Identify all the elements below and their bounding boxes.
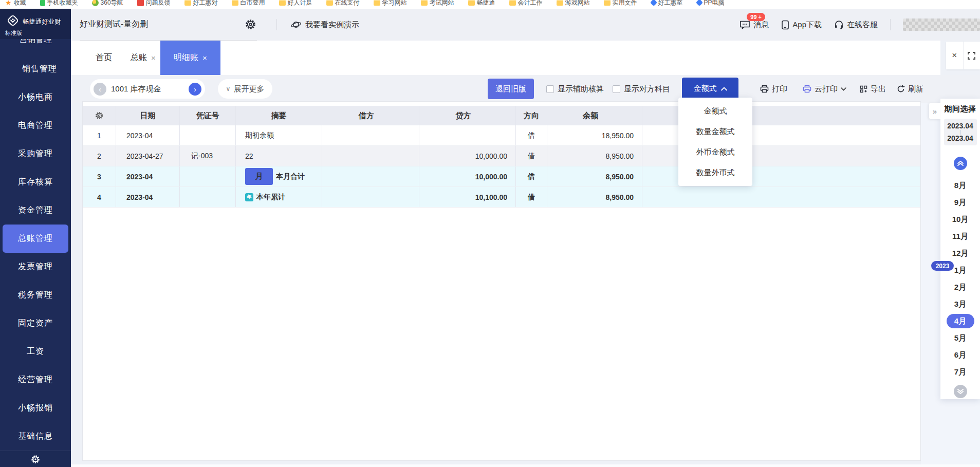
format-dropdown-button[interactable]: 金额式	[682, 78, 738, 100]
month-option[interactable]: 6月	[947, 347, 974, 364]
format-menu-item[interactable]: 金额式	[678, 101, 752, 121]
bookmark-item[interactable]: 好人计足	[279, 0, 312, 7]
format-dropdown-menu: 金额式数量金额式外币金额式数量外币式	[678, 98, 752, 186]
print-button[interactable]: 打印	[760, 75, 787, 103]
column-settings-gear-icon[interactable]	[83, 106, 116, 125]
prev-account-icon[interactable]: ‹	[94, 83, 106, 96]
month-option[interactable]: 2月	[947, 279, 974, 296]
messages-badge: 99 +	[747, 13, 765, 21]
export-button[interactable]: 导出	[860, 75, 886, 103]
credit-cell: 10,000.00	[419, 166, 516, 186]
tab-detail-ledger[interactable]: 明细账×	[160, 41, 220, 75]
bookmark-label: 畅捷通	[477, 0, 495, 7]
month-option[interactable]: 11月	[947, 228, 974, 245]
phone-icon	[781, 20, 789, 30]
app-download-button[interactable]: App下载	[781, 20, 822, 30]
company-selector[interactable]: 好业财测试-量勿删	[80, 9, 257, 41]
cloud-print-label: 云打印	[815, 84, 838, 94]
bookmark-item[interactable]: 问题反馈	[137, 0, 171, 7]
month-option[interactable]: 7月	[947, 364, 974, 381]
bookmark-item[interactable]: 畅捷通	[468, 0, 495, 7]
period-range-selector[interactable]: 2023.04 | 2023.04	[944, 119, 977, 145]
month-option[interactable]: 3月	[947, 296, 974, 313]
refresh-button[interactable]: 刷新	[897, 75, 923, 103]
sidebar-item-partial[interactable]: 营销管理	[0, 39, 71, 49]
expand-label: 展开更多	[233, 84, 264, 94]
expand-more-button[interactable]: ∨ 展开更多	[218, 79, 272, 99]
bookmark-label: 在线支付	[335, 0, 360, 7]
sidebar-item-purchase[interactable]: 采购管理	[0, 140, 71, 168]
table-header-cell: 方向	[516, 106, 547, 125]
month-option[interactable]: 12月	[947, 245, 974, 262]
close-icon[interactable]: ×	[151, 53, 156, 62]
sidebar-item-ecommerce-lite[interactable]: 小畅电商	[0, 83, 71, 111]
voucher-link[interactable]: 记-003	[191, 152, 213, 161]
next-account-icon[interactable]: ›	[189, 83, 201, 96]
tab-home[interactable]: 首页	[82, 41, 126, 75]
table-row[interactable]: 22023-04-27记-0032210,000.00借8,950.00	[83, 146, 920, 166]
direction-cell: 借	[516, 125, 547, 145]
close-icon[interactable]: ×	[202, 53, 207, 62]
scroll-down-icon[interactable]	[954, 385, 967, 398]
checkbox-icon	[613, 85, 620, 93]
month-option[interactable]: 4月	[947, 314, 974, 328]
bookmark-item[interactable]: 手机收藏夹	[40, 0, 78, 7]
close-icon[interactable]: ×	[946, 42, 963, 69]
month-option[interactable]: 9月	[947, 194, 974, 211]
show-auxiliary-checkbox[interactable]: 显示辅助核算	[546, 75, 604, 103]
bookmark-item[interactable]: 游戏网站	[557, 0, 590, 7]
sidebar-item-ecommerce[interactable]: 电商管理	[0, 111, 71, 140]
format-menu-item[interactable]: 数量金额式	[678, 121, 752, 142]
month-option[interactable]: 8月	[947, 177, 974, 194]
bookmark-item[interactable]: ★收藏	[5, 0, 26, 7]
support-button[interactable]: 在线客服	[834, 20, 878, 30]
user-avatar[interactable]	[903, 18, 980, 31]
bookmark-label: 白市要用	[241, 0, 265, 7]
table-row[interactable]: 12023-04期初余额借18,950.00	[83, 125, 920, 146]
app-sidebar: 畅捷通好业财 标准版 营销管理 销售管理小畅电商电商管理采购管理库存核算资金管理…	[0, 9, 71, 467]
tab-general-ledger[interactable]: 总账×	[126, 41, 160, 75]
month-option[interactable]: 10月	[947, 211, 974, 228]
sidebar-settings[interactable]	[0, 451, 71, 467]
filler-cell	[642, 187, 920, 207]
sidebar-item-expense[interactable]: 小畅报销	[0, 394, 71, 422]
sidebar-item-funds[interactable]: 资金管理	[0, 196, 71, 225]
sidebar-item-invoice[interactable]: 发票管理	[0, 253, 71, 281]
demo-link[interactable]: 我要看实例演示	[290, 20, 359, 30]
sidebar-item-payroll[interactable]: 工资	[0, 338, 71, 366]
back-to-old-version-button[interactable]: 退回旧版	[488, 79, 534, 99]
scroll-up-icon[interactable]	[954, 157, 967, 170]
sidebar-item-general-ledger[interactable]: 总账管理	[3, 225, 68, 253]
show-counterpart-checkbox[interactable]: 显示对方科目	[613, 75, 670, 103]
month-option[interactable]: 5月	[947, 330, 974, 347]
fullscreen-icon[interactable]	[963, 42, 980, 69]
voucher-cell	[180, 187, 236, 207]
bookmark-item[interactable]: 实用文件	[604, 0, 637, 7]
settings-gear-icon[interactable]	[245, 19, 256, 30]
bookmark-item[interactable]: 360导航	[92, 0, 123, 7]
table-row[interactable]: 42023-04年本年累计10,100.00借8,950.00	[83, 187, 920, 208]
bookmark-item[interactable]: 在线支付	[326, 0, 360, 7]
account-selector[interactable]: ‹ 1001 库存现金 ›	[90, 79, 205, 99]
sidebar-item-operations[interactable]: 经营管理	[0, 366, 71, 394]
bookmark-item[interactable]: PP电脑	[697, 0, 725, 7]
bookmark-item[interactable]: 会计工作	[509, 0, 543, 7]
collapse-panel-icon[interactable]: »	[929, 103, 940, 119]
bookmark-item[interactable]: 好工惠至	[651, 0, 683, 7]
sidebar-item-sales[interactable]: 销售管理	[0, 55, 71, 83]
table-row[interactable]: 32023-04月本月合计10,000.00借8,950.00	[83, 166, 920, 187]
messages-button[interactable]: 99 + 消息	[739, 20, 769, 30]
bookmark-label: 手机收藏夹	[47, 0, 78, 7]
format-menu-item[interactable]: 外币金额式	[678, 142, 752, 162]
bookmark-item[interactable]: 好工惠对	[184, 0, 218, 7]
sidebar-item-base-info[interactable]: 基础信息	[0, 422, 71, 451]
cloud-print-button[interactable]: 云打印	[803, 75, 846, 103]
bookmark-item[interactable]: 学习网站	[374, 0, 407, 7]
sidebar-item-fixed-assets[interactable]: 固定资产	[0, 309, 71, 338]
sidebar-item-inventory[interactable]: 库存核算	[0, 168, 71, 196]
bookmark-item[interactable]: 考试网站	[421, 0, 454, 7]
table-header-cell: 借方	[322, 106, 419, 125]
sidebar-item-tax[interactable]: 税务管理	[0, 281, 71, 309]
bookmark-item[interactable]: 白市要用	[232, 0, 265, 7]
format-menu-item[interactable]: 数量外币式	[678, 162, 752, 183]
